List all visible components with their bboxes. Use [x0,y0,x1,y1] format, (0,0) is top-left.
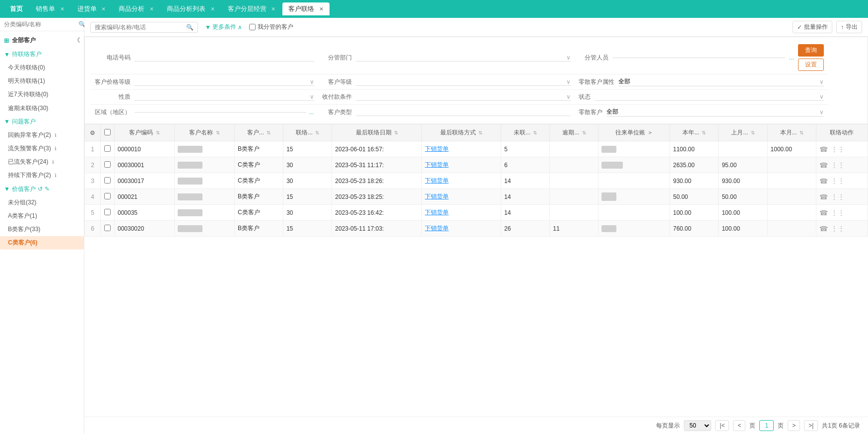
collapse-icon[interactable]: 《 [74,36,80,45]
col-last-date[interactable]: 最后联络日期 ⇅ [332,124,422,141]
search-input[interactable] [95,24,184,31]
nav-product-analysis-list[interactable]: 商品分析列表 ✕ [161,2,221,15]
filter-region-input[interactable] [134,112,306,113]
col-gear[interactable]: ⚙ [85,124,101,141]
filter-customer-type-input[interactable] [356,109,571,116]
filter-payment-select[interactable]: ∨ [356,93,571,101]
search-box[interactable]: 🔍 [90,22,198,33]
filter-retail-customer-select[interactable]: 全部 ∨ [606,108,824,117]
more-conditions-button[interactable]: ▼ 更多条件 ∧ [202,21,245,33]
col-account[interactable]: 往来单位账 ＞ [599,124,670,141]
filter-manager-input[interactable] [612,58,785,58]
sidebar-all-customers[interactable]: ⊞ 全部客户 《 [0,33,84,48]
nav-sales[interactable]: 销售单 ✕ [30,2,70,15]
last-method-link[interactable]: 下销货单 [425,193,449,200]
row-checkbox[interactable] [104,193,111,199]
close-purchase-icon[interactable]: ✕ [101,6,106,12]
row-last-method[interactable]: 下销货单 [422,189,501,205]
contact-icon[interactable]: ☎ [819,161,828,169]
row-action[interactable]: ☎ ⋮⋮ [816,141,868,157]
filter-manager-ellipsis[interactable]: ... [789,54,794,61]
filter-status-select[interactable]: ∨ [595,93,824,101]
my-customers-filter[interactable]: 我分管的客户 [249,23,293,31]
row-checkbox-cell[interactable] [101,173,115,189]
gear-settings-icon[interactable]: ⚙ [90,129,95,136]
col-last-method[interactable]: 最后联络方式 ⇅ [422,124,501,141]
contact-icon[interactable]: ☎ [819,145,828,153]
more-action-icon[interactable]: ⋮⋮ [831,225,845,233]
last-method-link[interactable]: 下销货单 [425,161,449,168]
more-action-icon[interactable]: ⋮⋮ [831,209,845,217]
row-checkbox-cell[interactable] [101,141,115,157]
refresh-icon[interactable]: ↺ [38,186,43,192]
more-action-icon[interactable]: ⋮⋮ [831,177,845,185]
sidebar-item-class-c[interactable]: C类客户(6) [0,236,84,249]
col-name[interactable]: 客户名称 ⇅ [174,124,234,141]
contact-icon[interactable]: ☎ [819,193,828,201]
first-page-button[interactable]: |< [715,420,729,431]
row-action[interactable]: ☎ ⋮⋮ [816,205,868,221]
sidebar-item-today[interactable]: 今天待联络(0) [0,61,84,74]
contact-icon[interactable]: ☎ [819,177,828,185]
sidebar-item-class-a[interactable]: A类客户(1) [0,209,84,223]
setting-button[interactable]: 设置 [798,59,824,71]
row-checkbox[interactable] [104,145,111,152]
sidebar-search-input[interactable] [4,21,78,28]
row-last-method[interactable]: 下销货单 [422,205,501,221]
sidebar-item-tomorrow[interactable]: 明天待联络(1) [0,74,84,88]
col-contact[interactable]: 联络... ⇅ [283,124,332,141]
last-method-link[interactable]: 下销货单 [425,209,449,216]
close-customer-contact-icon[interactable]: ✕ [319,6,324,12]
collapse-col-icon[interactable]: ＞ [647,129,653,136]
my-customers-checkbox[interactable] [249,24,256,30]
close-sales-icon[interactable]: ✕ [60,6,65,12]
row-checkbox-cell[interactable] [101,157,115,173]
export-button[interactable]: ↑ 导出 [836,21,862,33]
select-all-checkbox[interactable] [104,129,111,135]
batch-op-button[interactable]: ✓ 批量操作 [793,21,832,33]
sidebar-item-7days[interactable]: 近7天待联络(0) [0,88,84,101]
last-method-link[interactable]: 下销货单 [425,177,449,184]
sidebar-section-value[interactable]: ▼ 价值客户 ↺ ✎ [0,183,84,196]
sidebar-section-pending[interactable]: ▼ 待联络客户 [0,48,84,61]
filter-phone-input[interactable] [134,54,314,62]
close-product-list-icon[interactable]: ✕ [210,6,215,12]
col-last-month[interactable]: 上月... ⇅ [719,124,767,141]
row-checkbox[interactable] [104,209,111,215]
col-this-month[interactable]: 本月... ⇅ [767,124,816,141]
filter-dept-select[interactable]: ∨ [356,54,571,62]
row-action[interactable]: ☎ ⋮⋮ [816,221,868,237]
col-type[interactable]: 客户... ⇅ [234,124,283,141]
sidebar-item-class-b[interactable]: B类客户(33) [0,223,84,236]
more-action-icon[interactable]: ⋮⋮ [831,145,845,153]
sidebar-item-overdue[interactable]: 逾期未联络(30) [0,102,84,115]
sidebar-search-box[interactable]: 🔍 [0,18,84,31]
row-action[interactable]: ☎ ⋮⋮ [816,173,868,189]
row-checkbox-cell[interactable] [101,221,115,237]
row-last-method[interactable]: 下销货单 [422,173,501,189]
nav-purchase[interactable]: 进货单 ✕ [71,2,112,15]
filter-nature-select[interactable]: ∨ [134,93,314,101]
row-checkbox[interactable] [104,177,111,184]
row-last-method[interactable]: 下销货单 [422,221,501,237]
col-code[interactable]: 客户编码 ⇅ [115,124,175,141]
filter-price-level-select[interactable]: ∨ [134,78,314,86]
sidebar-section-problem[interactable]: ▼ 问题客户 [0,115,84,128]
nav-home[interactable]: 首页 [4,2,29,15]
col-overdue[interactable]: 逾期... ⇅ [550,124,599,141]
nav-customer-contact[interactable]: 客户联络 ✕ [282,2,330,15]
row-checkbox-cell[interactable] [101,189,115,205]
close-customer-tier-icon[interactable]: ✕ [271,6,275,12]
col-year[interactable]: 本年... ⇅ [670,124,719,141]
filter-customer-level-select[interactable]: ∨ [356,78,571,86]
contact-icon[interactable]: ☎ [819,225,828,233]
col-unlinkd[interactable]: 未联... ⇅ [501,124,550,141]
nav-product-analysis[interactable]: 商品分析 ✕ [113,2,160,15]
sidebar-item-repurchase-abnormal[interactable]: 回购异常客户(2) ℹ [0,128,84,142]
row-checkbox[interactable] [104,161,111,168]
last-method-link[interactable]: 下销货单 [425,225,449,232]
prev-page-button[interactable]: < [733,420,745,431]
col-checkbox[interactable] [101,124,115,141]
filter-retail-attr-select[interactable]: 全部 ∨ [618,77,824,86]
row-checkbox-cell[interactable] [101,205,115,221]
